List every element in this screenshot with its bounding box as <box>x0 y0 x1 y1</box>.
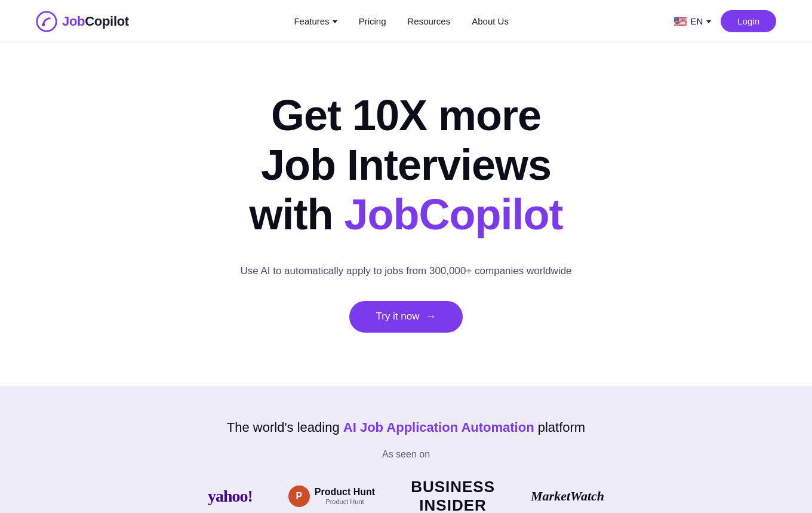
title-suffix: platform <box>534 420 586 435</box>
producthunt-logo: P Product Hunt Product Hunt <box>288 486 375 507</box>
nav-label-pricing: Pricing <box>359 16 386 26</box>
svg-point-0 <box>37 11 56 30</box>
hero-line1: Get 10X more <box>271 91 541 139</box>
try-now-button[interactable]: Try it now → <box>349 301 462 333</box>
nav-label-resources: Resources <box>407 16 450 26</box>
nav-links: Features Pricing Resources About Us <box>294 16 508 26</box>
nav-link-about[interactable]: About Us <box>472 16 509 26</box>
hero-line2: Job Interviews <box>261 141 551 189</box>
hero-subtitle: Use AI to automatically apply to jobs fr… <box>240 263 571 279</box>
logo-copilot: Copilot <box>85 14 129 29</box>
nav-right: 🇺🇸 EN Login <box>673 10 776 32</box>
social-proof-section: The world's leading AI Job Application A… <box>0 386 812 513</box>
ph-circle-icon: P <box>288 486 310 507</box>
title-highlight: AI Job Application Automation <box>343 420 534 435</box>
hero-brand: JobCopilot <box>345 191 563 238</box>
business-insider-logo: BUSINESSINSIDER <box>411 478 495 513</box>
flag-icon: 🇺🇸 <box>673 15 687 28</box>
nav-link-resources[interactable]: Resources <box>407 16 450 26</box>
logo-icon <box>36 11 57 32</box>
title-prefix: The world's leading <box>227 420 343 435</box>
hero-heading: Get 10X more Job Interviews with JobCopi… <box>250 91 563 239</box>
nav-item-features[interactable]: Features <box>294 16 337 26</box>
press-logos: yahoo! P Product Hunt Product Hunt BUSIN… <box>36 478 776 513</box>
ph-text: Product Hunt Product Hunt <box>315 486 375 505</box>
social-proof-title: The world's leading AI Job Application A… <box>36 417 776 437</box>
yahoo-logo: yahoo! <box>208 487 253 506</box>
nav-label-about: About Us <box>472 16 509 26</box>
hero-line3-prefix: with <box>250 191 345 238</box>
svg-point-1 <box>42 23 45 26</box>
login-button[interactable]: Login <box>721 10 776 32</box>
hero-line3: with JobCopilot <box>250 191 563 238</box>
logo[interactable]: JobCopilot <box>36 11 129 32</box>
hero-section: Get 10X more Job Interviews with JobCopi… <box>0 43 812 386</box>
main-nav: JobCopilot Features Pricing Resources Ab… <box>0 0 812 43</box>
arrow-right-icon: → <box>426 311 436 323</box>
as-seen-on-label: As seen on <box>36 449 776 460</box>
nav-item-pricing[interactable]: Pricing <box>359 16 386 26</box>
hero-brand-job: Job <box>345 191 419 238</box>
cta-label: Try it now <box>376 311 419 322</box>
nav-item-resources[interactable]: Resources <box>407 16 450 26</box>
lang-chevron-icon <box>706 20 711 23</box>
logo-text: JobCopilot <box>62 14 129 29</box>
nav-label-features: Features <box>294 16 329 26</box>
chevron-down-icon <box>333 20 337 23</box>
lang-code: EN <box>690 16 703 26</box>
nav-link-features[interactable]: Features <box>294 16 337 26</box>
nav-item-about[interactable]: About Us <box>472 16 509 26</box>
logo-job: Job <box>62 14 85 29</box>
language-selector[interactable]: 🇺🇸 EN <box>673 15 711 28</box>
nav-link-pricing[interactable]: Pricing <box>359 16 386 26</box>
marketwatch-logo: MarketWatch <box>531 489 604 504</box>
hero-brand-copilot: Copilot <box>419 191 563 238</box>
